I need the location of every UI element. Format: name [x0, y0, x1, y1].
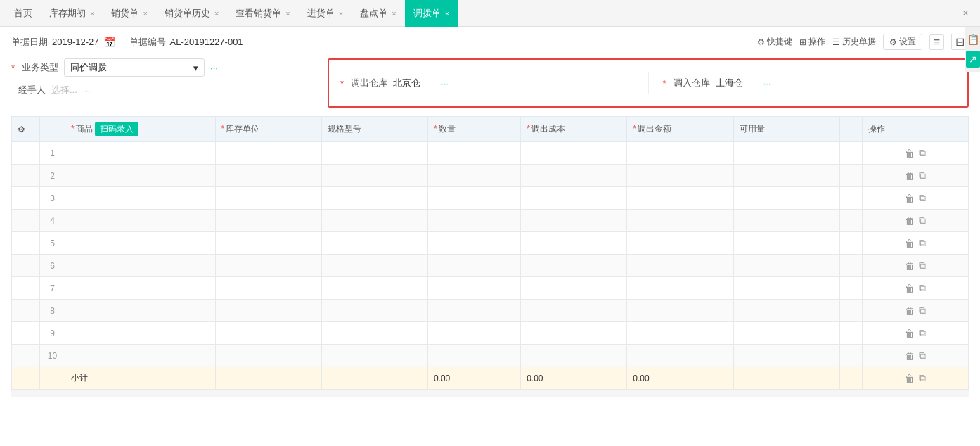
row-delete-icon[interactable]: 🗑 — [905, 170, 915, 181]
row-spec-cell[interactable] — [321, 300, 427, 322]
row-unit-cell[interactable] — [215, 322, 321, 345]
row-qty-cell[interactable] — [427, 142, 520, 165]
scan-btn[interactable]: 扫码录入 — [95, 122, 138, 136]
row-unit-cell[interactable] — [215, 187, 321, 210]
row-cost-cell[interactable] — [521, 142, 627, 165]
row-unit-cell[interactable] — [215, 255, 321, 277]
out-warehouse-more[interactable]: ··· — [441, 78, 449, 89]
tab-transfer[interactable]: 调拨单 × — [405, 0, 458, 27]
business-type-select[interactable]: 同价调拨 ▾ — [64, 58, 205, 77]
row-product-cell[interactable] — [65, 142, 216, 165]
row-spec-cell[interactable] — [321, 165, 427, 187]
operate-btn[interactable]: ⊞ 操作 — [799, 36, 825, 48]
row-spec-cell[interactable] — [321, 255, 427, 277]
row-copy-icon[interactable]: ⧉ — [919, 305, 926, 317]
tab-close-sales-history[interactable]: × — [214, 9, 219, 18]
sidebar-export-icon[interactable]: ↗ — [966, 51, 980, 68]
settings-button[interactable]: ⚙ 设置 — [883, 34, 922, 50]
row-delete-icon[interactable]: 🗑 — [905, 148, 915, 159]
row-amount-cell[interactable] — [627, 165, 733, 187]
row-qty-cell[interactable] — [427, 255, 520, 277]
row-spec-cell[interactable] — [321, 322, 427, 345]
business-type-more[interactable]: ··· — [210, 63, 218, 73]
tab-close-sales-order[interactable]: × — [143, 9, 147, 18]
row-copy-icon[interactable]: ⧉ — [919, 282, 926, 294]
row-delete-icon[interactable]: 🗑 — [905, 260, 915, 272]
shortcut-btn[interactable]: ⚙ 快捷键 — [757, 36, 792, 48]
row-qty-cell[interactable] — [427, 345, 520, 367]
row-delete-icon[interactable]: 🗑 — [905, 283, 915, 294]
row-unit-cell[interactable] — [215, 142, 321, 165]
row-copy-icon[interactable]: ⧉ — [919, 147, 926, 159]
subtotal-delete-icon[interactable]: 🗑 — [905, 373, 915, 384]
row-qty-cell[interactable] — [427, 187, 520, 210]
row-qty-cell[interactable] — [427, 300, 520, 322]
tab-close-purchase[interactable]: × — [339, 9, 343, 18]
tab-view-sales[interactable]: 查看销货单 × — [227, 0, 298, 27]
tab-sales-history[interactable]: 销货单历史 × — [156, 0, 227, 27]
layout-icon-1[interactable]: ≡ — [929, 34, 944, 50]
row-product-cell[interactable] — [65, 165, 216, 187]
tab-close-transfer[interactable]: × — [445, 9, 449, 18]
tab-close-stocktake[interactable]: × — [392, 9, 396, 18]
row-cost-cell[interactable] — [521, 322, 627, 345]
row-amount-cell[interactable] — [627, 142, 733, 165]
history-btn[interactable]: ☰ 历史单据 — [832, 36, 876, 48]
row-copy-icon[interactable]: ⧉ — [919, 260, 926, 272]
row-delete-icon[interactable]: 🗑 — [905, 215, 915, 227]
tab-stocktake[interactable]: 盘点单 × — [352, 0, 404, 27]
row-amount-cell[interactable] — [627, 322, 733, 345]
row-copy-icon[interactable]: ⧉ — [919, 237, 926, 249]
row-unit-cell[interactable] — [215, 165, 321, 187]
row-qty-cell[interactable] — [427, 277, 520, 300]
row-cost-cell[interactable] — [521, 255, 627, 277]
col-settings-header[interactable]: ⚙ — [12, 117, 40, 142]
row-product-cell[interactable] — [65, 345, 216, 367]
in-warehouse-more[interactable]: ··· — [763, 78, 771, 89]
row-spec-cell[interactable] — [321, 142, 427, 165]
tab-close-inventory-init[interactable]: × — [90, 9, 94, 18]
row-delete-icon[interactable]: 🗑 — [905, 305, 915, 317]
row-cost-cell[interactable] — [521, 277, 627, 300]
row-spec-cell[interactable] — [321, 232, 427, 255]
subtotal-copy-icon[interactable]: ⧉ — [919, 372, 926, 384]
row-product-cell[interactable] — [65, 300, 216, 322]
row-qty-cell[interactable] — [427, 322, 520, 345]
row-spec-cell[interactable] — [321, 345, 427, 367]
row-copy-icon[interactable]: ⧉ — [919, 327, 926, 339]
tab-close-view-sales[interactable]: × — [285, 9, 290, 18]
row-amount-cell[interactable] — [627, 277, 733, 300]
row-product-cell[interactable] — [65, 232, 216, 255]
close-all-tabs[interactable]: × — [957, 7, 974, 20]
row-unit-cell[interactable] — [215, 277, 321, 300]
row-cost-cell[interactable] — [521, 165, 627, 187]
sidebar-doc-icon[interactable]: 📋 — [966, 31, 980, 48]
row-product-cell[interactable] — [65, 322, 216, 345]
tab-sales-order[interactable]: 销货单 × — [103, 0, 155, 27]
row-product-cell[interactable] — [65, 255, 216, 277]
row-cost-cell[interactable] — [521, 232, 627, 255]
row-cost-cell[interactable] — [521, 187, 627, 210]
row-unit-cell[interactable] — [215, 345, 321, 367]
row-qty-cell[interactable] — [427, 232, 520, 255]
row-cost-cell[interactable] — [521, 210, 627, 232]
row-qty-cell[interactable] — [427, 210, 520, 232]
handler-more[interactable]: ··· — [83, 85, 91, 96]
row-unit-cell[interactable] — [215, 232, 321, 255]
tab-purchase[interactable]: 进货单 × — [299, 0, 352, 27]
row-product-cell[interactable] — [65, 277, 216, 300]
row-product-cell[interactable] — [65, 187, 216, 210]
scroll-row[interactable] — [11, 390, 969, 397]
row-amount-cell[interactable] — [627, 210, 733, 232]
row-unit-cell[interactable] — [215, 210, 321, 232]
row-delete-icon[interactable]: 🗑 — [905, 328, 915, 339]
row-product-cell[interactable] — [65, 210, 216, 232]
row-qty-cell[interactable] — [427, 165, 520, 187]
row-copy-icon[interactable]: ⧉ — [919, 170, 926, 181]
row-copy-icon[interactable]: ⧉ — [919, 215, 926, 227]
row-spec-cell[interactable] — [321, 210, 427, 232]
tab-inventory-init[interactable]: 库存期初 × — [41, 0, 103, 27]
row-cost-cell[interactable] — [521, 345, 627, 367]
row-amount-cell[interactable] — [627, 255, 733, 277]
row-delete-icon[interactable]: 🗑 — [905, 350, 915, 362]
